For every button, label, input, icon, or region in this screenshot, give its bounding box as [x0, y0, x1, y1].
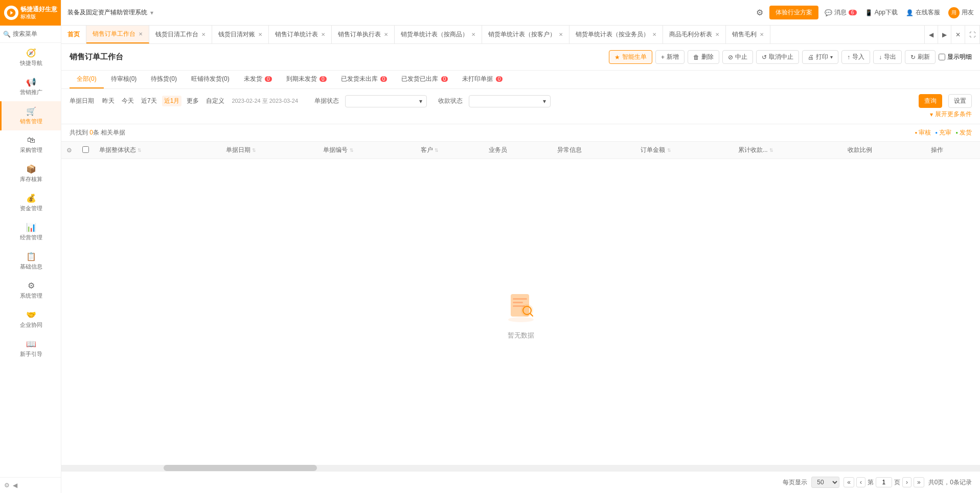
tab-prev-button[interactable]: ◀ — [925, 26, 938, 43]
status-filter-select[interactable]: ▾ — [345, 95, 427, 107]
date-opt-7days[interactable]: 近7天 — [139, 96, 159, 106]
subtab-pending-inspect[interactable]: 待拣货(0) — [144, 71, 184, 88]
sidebar-item-marketing[interactable]: 📢 营销推广 — [0, 72, 61, 101]
last-page-button[interactable]: » — [914, 477, 924, 487]
date-opt-more[interactable]: 更多 — [185, 96, 201, 106]
sort-icon[interactable]: ⇅ — [138, 148, 142, 153]
delete-button[interactable]: 🗑 删除 — [688, 50, 719, 64]
tab-sales-stats3[interactable]: 销货单统计表（按客户） ✕ — [482, 26, 569, 43]
tab-close-icon[interactable]: ✕ — [715, 32, 719, 37]
expand-filter-button[interactable]: ▾ 展开更多条件 — [930, 110, 972, 119]
tab-close-all-button[interactable]: ✕ — [951, 26, 965, 43]
sort-icon[interactable]: ⇅ — [252, 148, 256, 153]
tab-sales-gross[interactable]: 销售毛利 ✕ — [726, 26, 770, 43]
payment-filter-select[interactable]: ▾ — [469, 95, 551, 107]
page-input[interactable] — [876, 477, 892, 487]
tab-sales-workbench[interactable]: 销售订单工作台 ✕ — [86, 26, 149, 43]
subtab-overdue-not-shipped[interactable]: 到期未发货 0 — [279, 71, 334, 88]
next-page-button[interactable]: › — [902, 477, 911, 487]
tab-margin-analysis[interactable]: 商品毛利分析表 ✕ — [663, 26, 726, 43]
col-checkbox[interactable] — [77, 142, 94, 159]
date-opt-today[interactable]: 今天 — [120, 96, 136, 106]
add-button[interactable]: + 新增 — [655, 50, 685, 64]
filter-settings-button[interactable]: 设置 — [948, 94, 972, 108]
sidebar-item-finance[interactable]: 💰 资金管理 — [0, 188, 61, 217]
search-menu[interactable]: 🔍 搜索菜单 — [0, 26, 61, 43]
tab-close-icon[interactable]: ✕ — [139, 31, 143, 37]
tab-home[interactable]: 首页 — [61, 26, 86, 43]
sidebar-item-enterprise[interactable]: 🤝 企业协同 — [0, 305, 61, 334]
tab-close-icon[interactable]: ✕ — [321, 32, 325, 37]
tab-cash-daily[interactable]: 钱货日清工作台 ✕ — [149, 26, 212, 43]
tab-close-icon[interactable]: ✕ — [760, 32, 764, 37]
subtab-not-shipped[interactable]: 未发货 0 — [237, 71, 279, 88]
subtab-all[interactable]: 全部(0) — [70, 71, 104, 88]
tab-sales-exec[interactable]: 销售订单执行表 ✕ — [332, 26, 395, 43]
sort-icon[interactable]: ⇅ — [350, 148, 354, 153]
tab-close-icon[interactable]: ✕ — [258, 32, 262, 37]
cancel-stop-button[interactable]: ↺ 取消中止 — [756, 50, 799, 64]
col-gear[interactable]: ⚙ — [61, 142, 77, 159]
import-button[interactable]: ↑ 导入 — [841, 50, 870, 64]
sort-icon[interactable]: ⇅ — [667, 148, 671, 153]
sidebar-item-inventory[interactable]: 📦 库存核算 — [0, 159, 61, 188]
online-service-button[interactable]: 👤 在线客服 — [906, 8, 940, 17]
detail-checkbox-input[interactable] — [939, 54, 945, 60]
app-download-button[interactable]: 📱 App下载 — [865, 8, 898, 17]
tab-next-button[interactable]: ▶ — [938, 26, 951, 43]
scrollbar-thumb[interactable] — [164, 465, 317, 471]
search-button[interactable]: 查询 — [919, 94, 942, 108]
tab-close-icon[interactable]: ✕ — [652, 32, 656, 37]
page-nav: « ‹ 第 页 › » — [844, 477, 924, 487]
tab-sales-stats[interactable]: 销售订单统计表 ✕ — [269, 26, 332, 43]
sidebar-item-quick-nav[interactable]: 🧭 快捷导航 — [0, 43, 61, 72]
date-opt-yesterday[interactable]: 昨天 — [100, 96, 117, 106]
tab-sales-stats2[interactable]: 销货单统计表（按商品） ✕ — [395, 26, 482, 43]
sort-icon[interactable]: ⇅ — [769, 148, 773, 153]
svg-rect-2 — [513, 298, 527, 300]
subtab-not-printed[interactable]: 未打印单据 0 — [455, 71, 510, 88]
tab-close-icon[interactable]: ✕ — [384, 32, 388, 37]
sidebar-item-operations[interactable]: 📊 经营管理 — [0, 217, 61, 246]
sidebar-item-sales[interactable]: 🛒 销售管理 — [0, 101, 61, 130]
tab-sales-stats4[interactable]: 销货单统计表（按业务员） ✕ — [569, 26, 663, 43]
tab-cash-reconcile[interactable]: 钱货日清对账 ✕ — [212, 26, 269, 43]
tab-maximize-button[interactable]: ⛶ — [965, 26, 980, 43]
date-opt-custom[interactable]: 自定义 — [204, 96, 226, 106]
refresh-button[interactable]: ↻ 刷新 — [905, 50, 936, 64]
industry-solution-button[interactable]: 体验行业方案 — [769, 6, 818, 19]
revoke-action[interactable]: 充审 — [935, 128, 951, 137]
show-detail-checkbox[interactable]: 显示明细 — [939, 53, 972, 61]
subtab-wangpu[interactable]: 旺铺待发货(0) — [184, 71, 237, 88]
sidebar-item-base-info[interactable]: 📋 基础信息 — [0, 246, 61, 276]
subtab-shipped-out[interactable]: 已发货已出库 0 — [394, 71, 455, 88]
review-action[interactable]: 审核 — [915, 128, 931, 137]
page-size-select[interactable]: 50 100 200 — [811, 477, 839, 488]
prev-page-button[interactable]: ‹ — [856, 477, 865, 487]
search-icon: 🔍 — [3, 31, 11, 38]
sidebar-bottom[interactable]: ⚙ ◀ — [0, 477, 61, 493]
sidebar-item-guide[interactable]: 📖 新手引导 — [0, 334, 61, 363]
sidebar-item-system[interactable]: ⚙ 系统管理 — [0, 276, 61, 305]
date-opt-1month[interactable]: 近1月 — [162, 96, 182, 106]
col-doc-status: 单据整体状态 ⇅ — [94, 142, 221, 159]
tab-close-icon[interactable]: ✕ — [471, 32, 475, 37]
settings-gear-icon[interactable]: ⚙ — [756, 8, 763, 17]
message-button[interactable]: 💬 消息 6 — [825, 8, 857, 17]
horizontal-scrollbar[interactable] — [61, 465, 980, 471]
tab-close-icon[interactable]: ✕ — [201, 32, 206, 37]
print-button[interactable]: 🖨 打印 ▾ — [802, 50, 838, 64]
ship-action[interactable]: 发货 — [955, 128, 972, 137]
subtab-shipped-not-out[interactable]: 已发货未出库 0 — [334, 71, 395, 88]
tab-close-icon[interactable]: ✕ — [559, 32, 563, 37]
sort-icon[interactable]: ⇅ — [435, 148, 439, 153]
user-menu[interactable]: 用 用友 — [948, 7, 974, 18]
first-page-button[interactable]: « — [844, 477, 854, 487]
sidebar-item-purchase[interactable]: 🛍 采购管理 — [0, 130, 61, 159]
export-button[interactable]: ↓ 导出 — [873, 50, 902, 64]
col-customer: 客户 ⇅ — [416, 142, 484, 159]
select-all-checkbox[interactable] — [82, 146, 89, 153]
stop-button[interactable]: ⊘ 中止 — [722, 50, 753, 64]
subtab-pending-review[interactable]: 待审核(0) — [104, 71, 144, 88]
smart-order-button[interactable]: ★ 智能生单 — [609, 50, 652, 64]
